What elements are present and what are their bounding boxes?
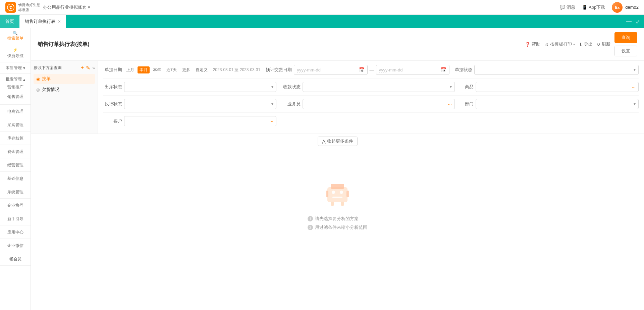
status-label: 单据状态 (455, 67, 472, 73)
execution-select[interactable]: ▾ (124, 99, 276, 109)
help-btn[interactable]: ❓ 帮助 (525, 41, 540, 47)
quick-nav-label: 快捷导航 (7, 53, 23, 59)
sidebar-search-label: 搜索菜单 (1, 36, 29, 41)
last-month-btn[interactable]: 上月 (124, 66, 136, 73)
edit-scheme-icon[interactable]: ✎ (86, 65, 90, 71)
outbound-select[interactable]: ▾ (124, 82, 276, 92)
sidebar-item-corp-collab[interactable]: 企业协同 (0, 199, 31, 212)
sidebar-item-app-center[interactable]: 应用中心 (0, 225, 31, 239)
filter-option-by-order[interactable]: ◉ 按单 (34, 74, 95, 84)
sidebar-item-retail[interactable]: 零售管理 ▾ (0, 62, 31, 74)
sidebar-item-wholesale[interactable]: 批发管理 ▴ 营销推广 销售管理 (0, 74, 31, 105)
empty-illustration (321, 175, 354, 209)
breadcrumb[interactable]: 办公用品行业模拟账套 ▾ (43, 4, 90, 10)
tab-minimize-icon[interactable]: — (626, 18, 632, 25)
tip2-text: 用过滤条件来缩小分析范围 (315, 224, 367, 230)
refresh-label: 刷新 (602, 41, 610, 47)
custom-btn[interactable]: 自定义 (194, 66, 210, 73)
sidebar-item-search[interactable]: 🔍 搜索菜单 (0, 28, 31, 44)
customer-label: 客户 (103, 118, 122, 124)
collapse-scheme-icon[interactable]: « (92, 65, 95, 71)
refresh-btn[interactable]: ↺ 刷新 (597, 41, 610, 47)
main-layout: 🔍 搜索菜单 ⚡ 快捷导航 零售管理 ▾ 批发管理 ▴ 营销推广 销售管理 电商… (0, 28, 644, 310)
sidebar-item-purchase[interactable]: 采购管理 (0, 118, 31, 132)
sidebar-item-operation[interactable]: 经营管理 (0, 158, 31, 172)
sidebar-item-ecommerce[interactable]: 电商管理 (0, 105, 31, 118)
filter-scheme-actions: + ✎ « (81, 65, 95, 71)
tip2-num: 2 (308, 225, 313, 230)
sidebar-item-finance[interactable]: 资金管理 (0, 145, 31, 158)
finance-label: 资金管理 (7, 149, 23, 155)
expected-date-label: 预计交货日期 (266, 67, 292, 73)
basic-label: 基础信息 (7, 176, 23, 182)
message-action[interactable]: 💬 消息 (560, 4, 575, 10)
sidebar-item-new-guide[interactable]: 新手引导 (0, 212, 31, 225)
recent7-btn[interactable]: 近7天 (164, 66, 179, 73)
customer-ellipsis[interactable]: ··· (269, 118, 273, 124)
logo-area: 畅捷通好生意 标准版 (5, 2, 40, 13)
tab-expand-icon[interactable]: ⤢ (636, 18, 640, 25)
filter-option-icon-order: ◉ (36, 76, 40, 82)
sidebar-item-corp-wechat[interactable]: 企业微信 (0, 239, 31, 252)
export-label: 导出 (584, 41, 593, 47)
user-area[interactable]: Ea demo2 (612, 2, 639, 13)
filter-panel: 按以下方案查询 + ✎ « ◉ 按单 ◎ 欠货情况 (31, 61, 644, 134)
this-month-btn[interactable]: 本月 (138, 66, 150, 73)
settings-button[interactable]: 设置 (614, 46, 637, 56)
expected-date-start-placeholder: yyyy-mm-dd (297, 67, 321, 72)
this-year-btn[interactable]: 本年 (151, 66, 163, 73)
tab-sales-exec-label: 销售订单执行表 (25, 18, 55, 24)
collapse-more-btn[interactable]: ⋀ 收起更多条件 (318, 137, 358, 146)
sidebar-item-inventory[interactable]: 库存核算 (0, 132, 31, 145)
sidebar-item-vip[interactable]: 畅会员 (0, 252, 31, 266)
svg-point-1 (10, 7, 12, 9)
date-label: 单据日期 (103, 67, 122, 73)
tab-home[interactable]: 首页 (0, 15, 19, 28)
salesperson-ellipsis[interactable]: ··· (448, 101, 452, 107)
status-select[interactable]: ▾ (474, 65, 639, 75)
goods-label: 商品 (460, 84, 474, 90)
add-scheme-icon[interactable]: + (81, 65, 84, 71)
export-btn[interactable]: ⬇ 导出 (579, 41, 593, 47)
empty-tips: 1 请先选择要分析的方案 2 用过滤条件来缩小分析范围 (308, 216, 367, 230)
message-icon: 💬 (560, 5, 565, 10)
goods-ellipsis[interactable]: ··· (632, 84, 636, 90)
date-range-display: 2023-03-01 至 2023-03-31 (213, 67, 260, 73)
search-icon: 🔍 (13, 31, 18, 36)
print-icon: 🖨 (544, 42, 549, 47)
filter-scheme-header: 按以下方案查询 + ✎ « (34, 65, 95, 71)
more-btn[interactable]: 更多 (180, 66, 192, 73)
filter-option-shortage[interactable]: ◎ 欠货情况 (34, 85, 95, 95)
query-button[interactable]: 查询 (614, 32, 637, 43)
receipt-select[interactable]: ▾ (303, 82, 455, 92)
sidebar-item-system[interactable]: 系统管理 (0, 185, 31, 199)
collapse-more-label: 收起更多条件 (327, 138, 353, 144)
expected-date-start[interactable]: yyyy-mm-dd 📅 (294, 65, 367, 75)
salesperson-select[interactable]: ··· (303, 99, 455, 109)
tab-bar-actions: — ⤢ (626, 18, 640, 25)
action-bar: ⋀ 收起更多条件 (31, 134, 644, 149)
goods-select[interactable]: ··· (476, 82, 639, 92)
expected-date-end[interactable]: yyyy-mm-dd 📅 (376, 65, 449, 75)
help-label: 帮助 (532, 41, 540, 47)
logo-icon (5, 2, 16, 13)
app-download-action[interactable]: 📱 App下载 (582, 4, 605, 10)
sidebar-item-basic[interactable]: 基础信息 (0, 172, 31, 185)
dept-select[interactable]: ▾ (476, 99, 639, 109)
svg-point-4 (332, 191, 335, 194)
execution-label: 执行状态 (103, 101, 122, 107)
inventory-label: 库存核算 (7, 136, 23, 141)
collapse-icon: ⋀ (322, 139, 326, 144)
tab-sales-exec[interactable]: 销售订单执行表 × (19, 15, 66, 28)
print-btn[interactable]: 🖨 按模板打印 ▾ (544, 41, 575, 47)
receipt-chevron: ▾ (450, 85, 452, 89)
quick-nav-icon: ⚡ (13, 48, 18, 52)
tab-close-icon[interactable]: × (58, 19, 61, 24)
customer-select[interactable]: ··· (124, 116, 276, 126)
sidebar-item-sales[interactable]: 销售管理 (1, 92, 29, 102)
app-center-label: 应用中心 (7, 229, 23, 235)
sidebar-item-quick-nav[interactable]: ⚡ 快捷导航 (0, 44, 31, 62)
svg-rect-2 (327, 187, 347, 202)
sidebar-item-marketing[interactable]: 营销推广 (1, 82, 29, 92)
message-label: 消息 (567, 4, 575, 10)
